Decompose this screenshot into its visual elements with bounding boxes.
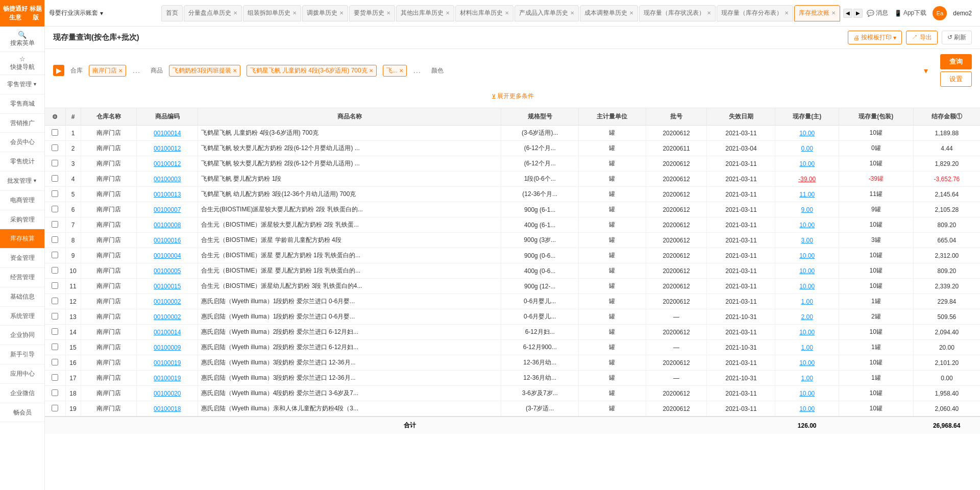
tab-material-out[interactable]: 材料出库单历史 ✕ xyxy=(455,5,513,21)
tab-close-material-out[interactable]: ✕ xyxy=(505,10,509,16)
tab-split-history[interactable]: 分量盘点单历史 ✕ xyxy=(184,5,242,21)
tab-close-batch-ledger[interactable]: ✕ xyxy=(831,10,836,16)
row-code[interactable]: 00100018 xyxy=(137,401,198,417)
company-selector[interactable]: 母婴行业演示账套 ▾ xyxy=(49,9,161,17)
row-stock-main[interactable]: 10.00 xyxy=(775,156,839,172)
row-stock-main[interactable]: 10.00 xyxy=(775,386,839,401)
row-checkbox[interactable] xyxy=(52,252,58,258)
sidebar-quicknav[interactable]: ☆ 快捷导航 xyxy=(0,52,44,75)
row-code[interactable]: 00100020 xyxy=(137,386,198,401)
row-settings[interactable] xyxy=(45,126,65,141)
row-stock-main[interactable]: 10.00 xyxy=(775,126,839,141)
tab-close-split-history[interactable]: ✕ xyxy=(233,10,237,16)
sidebar-item-retail[interactable]: 零售管理 ▼ xyxy=(0,75,44,94)
sidebar-item-enterprise[interactable]: 企业协同 xyxy=(0,326,44,345)
row-code[interactable]: 00100009 xyxy=(137,340,198,355)
row-settings[interactable] xyxy=(45,340,65,355)
tab-close-adjust-history[interactable]: ✕ xyxy=(339,10,344,16)
row-settings[interactable] xyxy=(45,371,65,386)
sidebar-item-members[interactable]: 会员中心 xyxy=(0,133,44,152)
row-stock-main[interactable]: 10.00 xyxy=(775,401,839,417)
row-checkbox[interactable] xyxy=(52,282,58,289)
refresh-button[interactable]: ↺ 刷新 xyxy=(942,31,972,44)
print-button[interactable]: 🖨 按模板打印 ▾ xyxy=(848,31,902,44)
row-checkbox[interactable] xyxy=(52,313,58,320)
tab-requisition[interactable]: 要货单历史 ✕ xyxy=(349,5,395,21)
row-settings[interactable] xyxy=(45,355,65,371)
sidebar-item-appCenter[interactable]: 应用中心 xyxy=(0,364,44,384)
tab-close-other-out[interactable]: ✕ xyxy=(446,10,450,16)
row-settings[interactable] xyxy=(45,401,65,417)
row-code[interactable]: 00100012 xyxy=(137,156,198,172)
tab-stock-status[interactable]: 现存量（库存状况表） ✕ xyxy=(639,5,716,21)
chevron-down-icon[interactable]: ▾ xyxy=(893,34,896,41)
row-stock-main[interactable]: 10.00 xyxy=(775,217,839,233)
row-stock-main[interactable]: 1.00 xyxy=(775,294,839,309)
row-checkbox[interactable] xyxy=(52,267,58,274)
row-code[interactable]: 00100007 xyxy=(137,202,198,217)
sidebar-item-warehouse[interactable]: 库存核算 xyxy=(0,229,44,249)
row-code[interactable]: 00100002 xyxy=(137,309,198,325)
row-settings[interactable] xyxy=(45,309,65,325)
filter-toggle-button[interactable]: ▶ xyxy=(53,65,64,76)
row-stock-main[interactable]: -39.00 xyxy=(775,172,839,187)
query-button[interactable]: 查询 xyxy=(940,54,972,69)
row-code[interactable]: 00100015 xyxy=(137,279,198,294)
sidebar-item-system[interactable]: 系统管理 xyxy=(0,307,44,326)
row-stock-main[interactable]: 9.00 xyxy=(775,202,839,217)
tab-close-stock-status[interactable]: ✕ xyxy=(707,10,711,16)
row-stock-main[interactable]: 1.00 xyxy=(775,371,839,386)
row-settings[interactable] xyxy=(45,187,65,202)
sidebar-item-stats[interactable]: 零售统计 xyxy=(0,152,44,172)
row-settings[interactable] xyxy=(45,325,65,340)
tab-cost-adjust[interactable]: 成本调整单历史 ✕ xyxy=(580,5,638,21)
tab-next-button[interactable]: ▶ xyxy=(853,9,863,18)
chevron-down-icon[interactable]: ▾ xyxy=(100,10,103,17)
warehouse-tag[interactable]: 南岸门店 ✕ xyxy=(89,65,126,77)
row-checkbox[interactable] xyxy=(52,221,58,228)
row-checkbox[interactable] xyxy=(52,374,58,381)
sidebar-item-base[interactable]: 基础信息 xyxy=(0,287,44,307)
product-tag-1-close[interactable]: ✕ xyxy=(233,68,237,74)
tab-close-cost-adjust[interactable]: ✕ xyxy=(629,10,633,16)
row-checkbox[interactable] xyxy=(52,206,58,212)
row-code[interactable]: 00100014 xyxy=(137,126,198,141)
row-checkbox[interactable] xyxy=(52,328,58,335)
row-checkbox[interactable] xyxy=(52,298,58,304)
row-stock-main[interactable]: 11.00 xyxy=(775,187,839,202)
row-checkbox[interactable] xyxy=(52,129,58,136)
tab-close-product-in[interactable]: ✕ xyxy=(570,10,574,16)
warehouse-more[interactable]: … xyxy=(132,66,140,75)
row-settings[interactable] xyxy=(45,233,65,248)
tab-close-split-detail[interactable]: ✕ xyxy=(292,10,297,16)
row-settings[interactable] xyxy=(45,294,65,309)
sidebar-search[interactable]: 🔍 搜索英单 xyxy=(0,27,44,52)
row-stock-main[interactable]: 10.00 xyxy=(775,325,839,340)
row-settings[interactable] xyxy=(45,279,65,294)
sidebar-item-marketing[interactable]: 营销推广 xyxy=(0,114,44,133)
row-settings[interactable] xyxy=(45,141,65,156)
row-checkbox[interactable] xyxy=(52,359,58,365)
tab-close-stock-dist[interactable]: ✕ xyxy=(785,10,789,16)
sidebar-item-guide[interactable]: 新手引导 xyxy=(0,345,44,364)
sidebar-item-finance[interactable]: 资金管理 xyxy=(0,249,44,268)
tab-close-requisition[interactable]: ✕ xyxy=(386,10,390,16)
row-stock-main[interactable]: 10.00 xyxy=(775,248,839,263)
tab-other-out[interactable]: 其他出库单历史 ✕ xyxy=(396,5,454,21)
row-code[interactable]: 00100016 xyxy=(137,233,198,248)
row-settings[interactable] xyxy=(45,248,65,263)
sidebar-item-vip[interactable]: 畅会员 xyxy=(0,403,44,423)
row-code[interactable]: 00100019 xyxy=(137,355,198,371)
row-settings[interactable] xyxy=(45,263,65,279)
product-tag-3-close[interactable]: ✕ xyxy=(399,68,403,74)
row-settings[interactable] xyxy=(45,172,65,187)
row-stock-main[interactable]: 2.00 xyxy=(775,309,839,325)
color-expand[interactable]: ▾ xyxy=(924,66,928,76)
tab-split-detail[interactable]: 组装拆卸单历史 ✕ xyxy=(243,5,301,21)
row-code[interactable]: 00100014 xyxy=(137,325,198,340)
row-checkbox[interactable] xyxy=(52,144,58,151)
message-button[interactable]: 💬 消息 xyxy=(867,9,888,17)
row-code[interactable]: 00100008 xyxy=(137,217,198,233)
row-stock-main[interactable]: 10.00 xyxy=(775,279,839,294)
avatar[interactable]: Ea xyxy=(933,6,947,20)
